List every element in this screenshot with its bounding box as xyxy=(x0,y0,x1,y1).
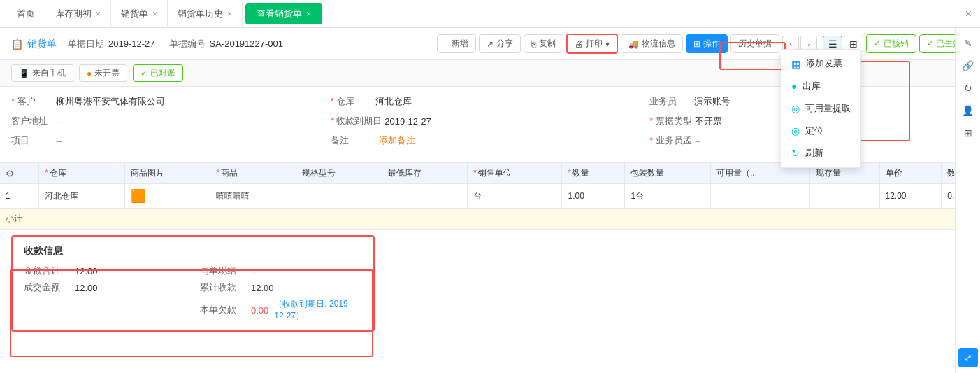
expand-sidebar-button[interactable]: ⤢ xyxy=(958,348,978,367)
th-image: 商品图片 xyxy=(124,163,210,184)
operations-button[interactable]: ⊞ 操作 xyxy=(686,34,728,53)
doc-title-text: 销货单 xyxy=(27,38,57,50)
cell-price: 12.00 xyxy=(879,184,942,209)
share-button[interactable]: ↗ 分享 xyxy=(479,34,521,53)
address-field: 客户地址 -- xyxy=(11,115,331,127)
refresh-item[interactable]: ↻ 刷新 xyxy=(781,142,860,164)
tab-close-inventory[interactable]: × xyxy=(96,9,101,19)
address-label: 客户地址 xyxy=(11,115,53,127)
th-settings[interactable]: ⚙ xyxy=(0,163,39,184)
payment-due-label: 本单欠款 xyxy=(200,304,245,316)
from-phone-button[interactable]: 📱 来自手机 xyxy=(11,64,73,82)
share-icon: ↗ xyxy=(487,39,493,49)
check-icon: ✓ xyxy=(140,69,147,78)
staff-label: 业务员 xyxy=(649,95,691,108)
cell-index: 1 xyxy=(0,184,39,209)
payment-cumulative-row: 累计收款 12.00 xyxy=(200,281,362,294)
copy-button[interactable]: ⎘ 复制 xyxy=(524,34,563,53)
project-field: 项目 -- xyxy=(11,134,331,147)
doc-date-label: 单据日期 xyxy=(68,38,104,50)
outbound-item[interactable]: ● 出库 xyxy=(781,75,860,97)
user-sidebar-button[interactable]: 👤 xyxy=(958,101,978,120)
not-open-button[interactable]: ● 未开票 xyxy=(79,64,127,82)
payment-box: 收款信息 金额合计 12.00 同单现结 -- 成交金额 12.00 累计收款 … xyxy=(11,235,375,332)
window-close-button[interactable]: × xyxy=(965,8,972,20)
th-qty: *数量 xyxy=(562,163,625,184)
payment-grid: 金额合计 12.00 同单现结 -- 成交金额 12.00 累计收款 12.00 xyxy=(24,265,362,322)
cell-spec xyxy=(296,184,382,209)
note-field: 备注 添加备注 xyxy=(331,134,650,147)
th-spec: 规格型号 xyxy=(296,163,382,184)
cell-available xyxy=(711,184,810,209)
locate-icon: ◎ xyxy=(791,125,800,136)
doc-date-field: 单据日期 2019-12-27 xyxy=(68,38,155,50)
locate-item[interactable]: ◎ 定位 xyxy=(781,120,860,142)
tab-check-sales[interactable]: 查看销货单 × xyxy=(245,3,323,24)
new-button[interactable]: + 新增 xyxy=(437,34,476,53)
payment-same-order-value: -- xyxy=(251,266,257,276)
address-value: -- xyxy=(56,116,62,127)
phone-icon: 📱 xyxy=(19,69,29,78)
tab-inventory-init[interactable]: 库存期初 × xyxy=(45,0,111,28)
subtotal-row: 小计 xyxy=(0,209,980,230)
add-note-button[interactable]: 添加备注 xyxy=(373,134,416,147)
available-extract-item[interactable]: ◎ 可用量提取 xyxy=(781,97,860,120)
products-table: ⚙ *仓库 商品图片 *商品 规格型号 最低库存 *销售单位 *数量 包装数量 … xyxy=(0,163,980,230)
payment-same-order-label: 同单现结 xyxy=(200,265,245,277)
doc-icon: 📋 xyxy=(11,38,23,50)
payment-due-value: 0.00 xyxy=(251,305,268,316)
doc-no-field: 单据编号 SA-20191227-001 xyxy=(169,38,284,50)
print-dropdown-arrow[interactable]: ▾ xyxy=(605,39,610,49)
refresh-sidebar-button[interactable]: ↻ xyxy=(958,78,978,98)
truck-icon: 🚚 xyxy=(628,39,639,49)
cancelled-button[interactable]: ✓ 已核销 xyxy=(866,34,916,53)
cell-image: 🟧 xyxy=(124,184,210,209)
cell-unit: 台 xyxy=(468,184,562,209)
th-product: *商品 xyxy=(210,163,296,184)
cell-pack-qty: 1台 xyxy=(625,184,711,209)
tab-close-history[interactable]: × xyxy=(227,9,232,19)
check-button[interactable]: ✓ 已对账 xyxy=(133,64,183,82)
payment-cumulative-value: 12.00 xyxy=(251,283,274,293)
payment-total-value: 12.00 xyxy=(75,266,98,276)
payment-due-note: （收款到期日: 2019-12-27） xyxy=(274,298,362,322)
table-sidebar-button[interactable]: ⊞ xyxy=(958,123,978,143)
logistics-button[interactable]: 🚚 物流信息 xyxy=(621,34,683,53)
project-label: 项目 xyxy=(11,134,53,147)
due-date-value: 2019-12-27 xyxy=(384,116,431,127)
payment-transaction-row: 成交金额 12.00 xyxy=(24,281,186,294)
warehouse-field: 仓库 河北仓库 xyxy=(331,95,650,108)
invoice-icon: ▦ xyxy=(791,58,800,69)
th-min-stock: 最低库存 xyxy=(382,163,468,184)
note-label: 备注 xyxy=(331,134,373,147)
toolbar: + 新增 ↗ 分享 ⎘ 复制 🖨 打印 ▾ 🚚 物流信息 xyxy=(437,34,969,54)
customer-label: 客户 xyxy=(11,95,53,108)
th-pack-qty: 包装数量 xyxy=(625,163,711,184)
tab-sales-history[interactable]: 销货单历史 × xyxy=(168,0,243,28)
ticket-icon: ● xyxy=(87,69,92,78)
available-icon: ◎ xyxy=(791,103,800,114)
print-icon: 🖨 xyxy=(575,39,583,49)
table-wrapper: ⚙ *仓库 商品图片 *商品 规格型号 最低库存 *销售单位 *数量 包装数量 … xyxy=(0,162,980,230)
payment-total-row: 金额合计 12.00 xyxy=(24,265,186,277)
print-button[interactable]: 🖨 打印 ▾ xyxy=(566,34,618,54)
tab-home[interactable]: 首页 xyxy=(7,0,45,28)
right-sidebar: ✎ 🔗 ↻ 👤 ⊞ ⤢ xyxy=(955,28,980,373)
doc-no-value: SA-20191227-001 xyxy=(210,38,284,49)
payment-transaction-value: 12.00 xyxy=(75,283,98,293)
due-date-label: 收款到期日 xyxy=(331,115,382,127)
edit-sidebar-button[interactable]: ✎ xyxy=(958,34,978,53)
cell-qty: 1.00 xyxy=(562,184,625,209)
link-sidebar-button[interactable]: 🔗 xyxy=(958,56,978,76)
payment-total-label: 金额合计 xyxy=(24,265,69,277)
tab-sales-order[interactable]: 销货单 × xyxy=(111,0,168,28)
ticket-label: 票据类型 xyxy=(649,115,692,127)
doc-title-area: 📋 销货单 单据日期 2019-12-27 单据编号 SA-20191227-0… xyxy=(11,38,437,50)
cell-warehouse: 河北仓库 xyxy=(39,184,125,209)
history-button[interactable]: 历史单据 xyxy=(730,34,779,53)
payment-cumulative-label: 累计收款 xyxy=(200,281,245,294)
doc-no-label: 单据编号 xyxy=(169,38,206,50)
tab-close-check[interactable]: × xyxy=(306,9,311,19)
add-invoice-item[interactable]: ▦ 添加发票 xyxy=(781,52,860,75)
tab-close-sales[interactable]: × xyxy=(152,9,157,19)
